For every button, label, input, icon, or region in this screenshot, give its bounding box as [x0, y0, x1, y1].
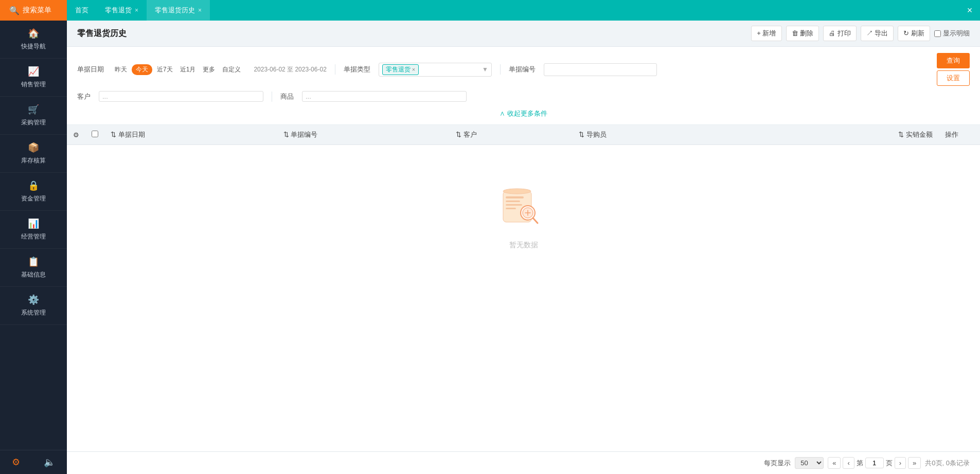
filter-action-btns: 查询 设置 [937, 53, 970, 86]
tab-retail-return[interactable]: 零售退货× [97, 0, 147, 21]
sidebar-label-finance: 资金管理 [21, 194, 46, 203]
filter-section: 单据日期 昨天今天近7天近1月更多自定义 2023-06-02 至 2023-0… [67, 47, 980, 125]
sidebar-settings-icon[interactable]: ⚙ [12, 457, 20, 468]
table-header-row: ⚙ ⇅ 单据日期 ⇅ 单据编号 ⇅ 客户 ⇅ 导购员 ⇅ 实销金额 操作 [67, 125, 980, 145]
data-table: ⚙ ⇅ 单据日期 ⇅ 单据编号 ⇅ 客户 ⇅ 导购员 ⇅ 实销金额 操作 [67, 125, 980, 291]
sidebar-icon-quick-nav: 🏠 [28, 28, 39, 39]
th-amount[interactable]: ⇅ 实销金额 [766, 125, 939, 145]
search-menu-btn[interactable]: 🔍 搜索菜单 [0, 0, 67, 21]
prev-page-btn[interactable]: ‹ [843, 457, 854, 469]
separator-3 [272, 92, 272, 102]
date-opt-4[interactable]: 更多 [200, 64, 218, 75]
tab-retail-return-history[interactable]: 零售退货历史× [147, 0, 210, 21]
sidebar-item-system[interactable]: ⚙️ 系统管理 [0, 287, 67, 325]
page-label: 第 [857, 459, 863, 468]
tab-close-retail-return[interactable]: × [135, 7, 138, 14]
empty-illustration [498, 186, 544, 227]
collapse-bar[interactable]: ∧ 收起更多条件 [77, 107, 970, 122]
query-btn[interactable]: 查询 [937, 53, 970, 68]
sidebar-item-quick-nav[interactable]: 🏠 快捷导航 [0, 21, 67, 59]
sidebar-label-quick-nav: 快捷导航 [21, 42, 46, 51]
th-number-label: ⇅ 单据编号 [283, 131, 318, 138]
show-detail-checkbox[interactable] [934, 30, 941, 37]
goods-placeholder: ... [306, 93, 311, 100]
date-opt-5[interactable]: 自定义 [220, 64, 243, 75]
th-date-label: ⇅ 单据日期 [111, 131, 145, 138]
set-btn[interactable]: 设置 [937, 70, 970, 86]
date-opt-2[interactable]: 近7天 [154, 64, 175, 75]
sidebar-items: 🏠 快捷导航 📈 销售管理 🛒 采购管理 📦 库存核算 🔒 资金管理 📊 经营管… [0, 21, 67, 325]
last-page-btn[interactable]: » [908, 457, 921, 469]
sidebar-icon-system: ⚙️ [28, 294, 39, 305]
sidebar-icon-operation: 📊 [28, 218, 39, 229]
doc-type-dropdown-arrow[interactable]: ▼ [482, 66, 488, 73]
sidebar-label-basic: 基础信息 [21, 270, 46, 279]
print-btn[interactable]: 🖨 打印 [823, 26, 857, 41]
tab-close-retail-return-history[interactable]: × [198, 7, 202, 14]
customer-label: 客户 [77, 92, 91, 101]
page-number-input[interactable] [865, 458, 884, 468]
first-page-btn[interactable]: « [828, 457, 841, 469]
date-label: 单据日期 [77, 65, 104, 74]
page-unit: 页 [886, 459, 893, 468]
svg-line-8 [533, 218, 538, 223]
window-close-btn[interactable]: × [959, 0, 980, 21]
date-options: 昨天今天近7天近1月更多自定义 [112, 64, 243, 75]
select-all-checkbox[interactable] [92, 131, 98, 137]
doc-type-tag-close[interactable]: × [412, 66, 415, 72]
doc-type-tag: 零售退货 × [382, 64, 419, 75]
th-settings[interactable]: ⚙ [67, 125, 85, 145]
sidebar-item-basic[interactable]: 📋 基础信息 [0, 249, 67, 287]
date-opt-3[interactable]: 近1月 [177, 64, 199, 75]
sidebar-label-system: 系统管理 [21, 308, 46, 317]
doc-number-input[interactable] [544, 63, 657, 76]
sidebar-label-inventory: 库存核算 [21, 156, 46, 165]
doc-type-input[interactable]: 零售退货 × ▼ [379, 63, 492, 77]
doc-number-label: 单据编号 [509, 65, 536, 74]
main-layout: 🏠 快捷导航 📈 销售管理 🛒 采购管理 📦 库存核算 🔒 资金管理 📊 经营管… [0, 21, 980, 474]
add-btn[interactable]: + 新增 [751, 26, 781, 41]
th-number[interactable]: ⇅ 单据编号 [277, 125, 450, 145]
th-guide-label: ⇅ 导购员 [579, 131, 607, 138]
customer-input[interactable]: ... [99, 91, 263, 102]
doc-type-label: 单据类型 [344, 65, 370, 74]
tabs-container: 首页零售退货×零售退货历史× [67, 0, 210, 21]
tab-label-retail-return-history: 零售退货历史 [155, 6, 195, 15]
sidebar-item-operation[interactable]: 📊 经营管理 [0, 211, 67, 249]
sidebar-item-sales[interactable]: 📈 销售管理 [0, 59, 67, 97]
sidebar-icon-inventory: 📦 [28, 142, 39, 153]
sidebar-item-finance[interactable]: 🔒 资金管理 [0, 173, 67, 211]
th-guide[interactable]: ⇅ 导购员 [573, 125, 720, 145]
th-customer[interactable]: ⇅ 客户 [450, 125, 573, 145]
sidebar-label-purchase: 采购管理 [21, 118, 46, 127]
empty-text: 暂无数据 [509, 241, 538, 250]
delete-btn[interactable]: 🗑 删除 [786, 26, 819, 41]
separator-1 [335, 64, 335, 75]
sidebar-icon-sales: 📈 [28, 66, 39, 77]
th-amount-label: ⇅ 实销金额 [898, 131, 933, 138]
page-size-select[interactable]: 102050100 [795, 457, 824, 469]
sidebar-audio-icon[interactable]: 🔈 [44, 457, 55, 468]
tab-home[interactable]: 首页 [67, 0, 97, 21]
th-date[interactable]: ⇅ 单据日期 [104, 125, 277, 145]
separator-2 [500, 64, 501, 75]
next-page-btn[interactable]: › [895, 457, 906, 469]
page-header: 零售退货历史 + 新增 🗑 删除 🖨 打印 ↗ 导出 ↻ 刷新 显示明细 [67, 21, 980, 47]
export-btn[interactable]: ↗ 导出 [861, 26, 894, 41]
svg-rect-3 [506, 204, 522, 206]
sidebar-item-inventory[interactable]: 📦 库存核算 [0, 135, 67, 173]
sidebar-icon-basic: 📋 [28, 256, 39, 267]
sidebar-label-operation: 经营管理 [21, 232, 46, 241]
date-opt-1[interactable]: 今天 [132, 64, 152, 75]
refresh-btn[interactable]: ↻ 刷新 [898, 26, 930, 41]
sidebar-bottom: ⚙ 🔈 [0, 450, 67, 474]
show-detail-label[interactable]: 显示明细 [934, 29, 970, 38]
goods-label: 商品 [280, 92, 294, 101]
tab-label-retail-return: 零售退货 [105, 6, 132, 15]
date-opt-0[interactable]: 昨天 [112, 64, 130, 75]
th-checkbox[interactable] [85, 125, 104, 145]
total-info: 共0页, 0条记录 [925, 459, 970, 468]
content-area: 零售退货历史 + 新增 🗑 删除 🖨 打印 ↗ 导出 ↻ 刷新 显示明细 单据日… [67, 21, 980, 474]
sidebar-item-purchase[interactable]: 🛒 采购管理 [0, 97, 67, 135]
goods-input[interactable]: ... [302, 91, 467, 102]
